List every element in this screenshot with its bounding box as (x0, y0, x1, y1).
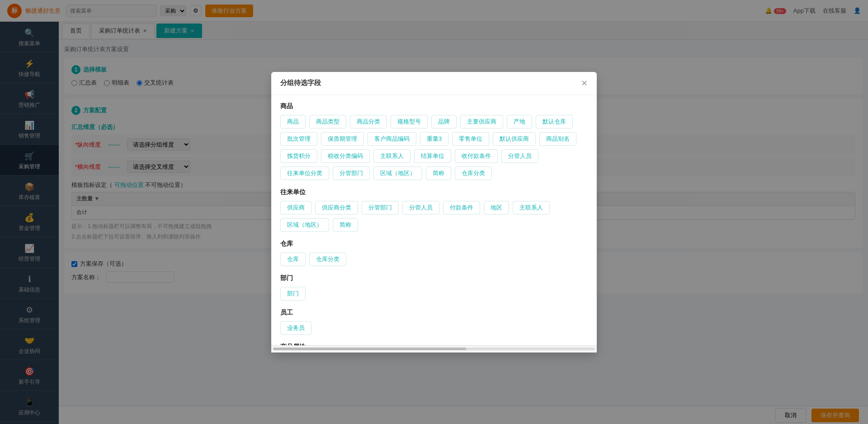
chip-abbr[interactable]: 简称 (426, 167, 451, 180)
field-chips-partner: 供应商 供应商分类 分管部门 分管人员 付款条件 地区 主联系人 区域（地区） … (280, 201, 588, 232)
chip-retail-unit[interactable]: 零售单位 (452, 132, 489, 146)
chip-origin[interactable]: 产地 (507, 115, 532, 129)
chip-main-contact-partner[interactable]: 主联系人 (513, 201, 550, 214)
chip-product-category[interactable]: 商品分类 (350, 115, 387, 129)
chip-default-warehouse[interactable]: 默认仓库 (536, 115, 573, 129)
modal-scrollbar[interactable] (273, 348, 595, 350)
chip-expiry-mgmt[interactable]: 保质期管理 (321, 132, 364, 146)
chip-partner-dept[interactable]: 分管部门 (362, 201, 399, 214)
modal-header: 分组待选字段 ✕ (271, 72, 597, 95)
modal-overlay: 分组待选字段 ✕ 商品 商品 商品类型 商品分类 规格型号 品牌 主要供应商 产… (0, 0, 868, 424)
field-group-title-staff: 员工 (280, 309, 588, 317)
field-group-warehouse: 仓库 仓库 仓库分类 (280, 240, 588, 266)
chip-dept[interactable]: 分管部门 (333, 167, 370, 180)
modal-title: 分组待选字段 (280, 79, 321, 87)
modal-scrollbar-row (271, 345, 597, 353)
chip-partner-category[interactable]: 往来单位分类 (280, 167, 329, 180)
chip-tax-code[interactable]: 税收分类编码 (321, 149, 370, 163)
field-group-partner: 往来单位 供应商 供应商分类 分管部门 分管人员 付款条件 地区 主联系人 区域… (280, 188, 588, 232)
chip-payment-terms[interactable]: 收付款条件 (455, 149, 498, 163)
field-group-title-partner: 往来单位 (280, 188, 588, 196)
chip-salesperson[interactable]: 业务员 (280, 321, 311, 335)
chip-region[interactable]: 区域（地区） (373, 167, 422, 180)
chip-partner-person[interactable]: 分管人员 (402, 201, 439, 214)
chip-warehouse[interactable]: 仓库 (280, 252, 306, 266)
chip-main-supplier[interactable]: 主要供应商 (460, 115, 503, 129)
chip-supplier[interactable]: 供应商 (280, 201, 311, 214)
chip-warehouse-cat[interactable]: 仓库分类 (309, 252, 346, 266)
chip-weight[interactable]: 重量3 (420, 132, 448, 146)
chip-product-type[interactable]: 商品类型 (309, 115, 346, 129)
field-group-title-product: 商品 (280, 102, 588, 110)
chip-person-in-charge[interactable]: 分管人员 (501, 149, 538, 163)
field-group-title-department: 部门 (280, 274, 588, 282)
chip-pick-points[interactable]: 拣货积分 (280, 149, 317, 163)
field-group-title-warehouse: 仓库 (280, 240, 588, 248)
chip-product[interactable]: 商品 (280, 115, 306, 129)
chip-warehouse-category[interactable]: 仓库分类 (455, 167, 492, 180)
field-chips-product: 商品 商品类型 商品分类 规格型号 品牌 主要供应商 产地 默认仓库 批次管理 … (280, 115, 588, 180)
chip-department[interactable]: 部门 (280, 287, 306, 300)
chip-area[interactable]: 地区 (484, 201, 509, 214)
field-chips-staff: 业务员 (280, 321, 588, 335)
chip-abbr-partner[interactable]: 简称 (333, 218, 358, 232)
modal-close-button[interactable]: ✕ (581, 78, 588, 88)
field-chips-department: 部门 (280, 287, 588, 300)
chip-default-supplier[interactable]: 默认供应商 (493, 132, 536, 146)
chip-customer-code[interactable]: 客户商品编码 (368, 132, 416, 146)
field-group-product: 商品 商品 商品类型 商品分类 规格型号 品牌 主要供应商 产地 默认仓库 批次… (280, 102, 588, 180)
chip-batch-mgmt[interactable]: 批次管理 (280, 132, 317, 146)
chip-spec-model[interactable]: 规格型号 (391, 115, 428, 129)
chip-main-contact[interactable]: 主联系人 (373, 149, 410, 163)
modal-body[interactable]: 商品 商品 商品类型 商品分类 规格型号 品牌 主要供应商 产地 默认仓库 批次… (271, 95, 597, 345)
field-group-department: 部门 部门 (280, 274, 588, 300)
field-chips-warehouse: 仓库 仓库分类 (280, 252, 588, 266)
modal-dialog: 分组待选字段 ✕ 商品 商品 商品类型 商品分类 规格型号 品牌 主要供应商 产… (271, 72, 597, 353)
chip-product-alias[interactable]: 商品别名 (539, 132, 576, 146)
chip-supplier-category[interactable]: 供应商分类 (315, 201, 358, 214)
field-group-staff: 员工 业务员 (280, 309, 588, 335)
chip-payment-condition[interactable]: 付款条件 (443, 201, 480, 214)
chip-brand[interactable]: 品牌 (431, 115, 457, 129)
chip-settlement-unit[interactable]: 结算单位 (414, 149, 451, 163)
chip-region-partner[interactable]: 区域（地区） (280, 218, 329, 232)
